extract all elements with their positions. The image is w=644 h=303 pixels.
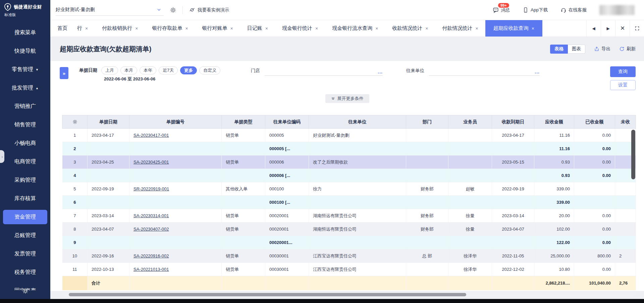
- close-icon[interactable]: ×: [375, 26, 378, 31]
- col-header-n[interactable]: [62, 115, 88, 129]
- close-all-tabs-button[interactable]: ✕: [615, 20, 630, 37]
- tabs-scroll-left-button[interactable]: ◀: [586, 20, 601, 37]
- sidebar-item-purchase-mgmt[interactable]: 采购管理: [0, 171, 50, 189]
- close-icon[interactable]: ×: [532, 26, 534, 31]
- view-chart-button[interactable]: 图表: [568, 45, 585, 54]
- doc-number-link[interactable]: SA-20230407-002: [133, 227, 169, 232]
- sidebar-item-inventory-accounting[interactable]: 库存核算: [0, 189, 50, 208]
- date-pill-this-month[interactable]: 本月: [120, 66, 137, 74]
- close-icon[interactable]: ×: [476, 26, 478, 31]
- doc-number-link[interactable]: SA-20230425-001: [133, 160, 169, 165]
- table-row-10[interactable]: 102022-09-16SA-20220916-002销货单00030001江西…: [62, 249, 636, 263]
- table-row-7[interactable]: 72023-03-14SA-20230314-001销货单00020001湖南恒…: [62, 209, 636, 223]
- cell-received: 0.00: [574, 236, 615, 249]
- sidebar-item-label: 采购管理: [14, 177, 36, 184]
- support-link[interactable]: 在线客服: [560, 7, 587, 13]
- tab-cash-bank-flow[interactable]: 现金银行流水查询×: [325, 20, 385, 37]
- partner-picker-ellipsis-button[interactable]: ...: [535, 69, 540, 75]
- cell-partner_code: 00030001: [265, 249, 309, 263]
- table-row-3[interactable]: 32023-04-25SA-20230425-001销货单000006改了之后限…: [62, 156, 636, 169]
- date-pill-last-month[interactable]: 上月: [101, 66, 118, 74]
- close-icon[interactable]: ×: [185, 26, 188, 31]
- sidebar-item-search-menu[interactable]: 搜索菜单: [0, 23, 50, 42]
- sidebar-item-label: 小畅电商: [14, 140, 36, 147]
- cell-partner_code: 00020001: [265, 209, 309, 223]
- tabs-scroll-right-button[interactable]: ▶: [601, 20, 615, 37]
- tab-home[interactable]: 首页: [50, 20, 74, 37]
- doc-number-link[interactable]: SA-20220916-002: [133, 253, 169, 258]
- date-pill-custom[interactable]: 自定义: [199, 66, 220, 74]
- app-download-link[interactable]: App下载: [523, 7, 548, 13]
- settings-gear-icon[interactable]: [170, 7, 176, 13]
- table-row-8[interactable]: 82023-04-07SA-20230407-002销货单00020001湖南恒…: [62, 223, 636, 236]
- horizontal-scrollbar-thumb[interactable]: [69, 293, 466, 296]
- tab-label: 现金银行统计: [282, 25, 312, 32]
- sidebar-item-marketing[interactable]: 营销推广: [0, 97, 50, 116]
- column-settings-gear-icon[interactable]: [72, 119, 78, 125]
- user-account-blurred[interactable]: [599, 5, 635, 15]
- sidebar-item-ecommerce-mgmt[interactable]: 电商管理: [0, 153, 50, 171]
- view-table-button[interactable]: 表格: [550, 45, 568, 54]
- doc-number-link[interactable]: SA-20230417-001: [133, 133, 169, 138]
- sidebar-item-wholesale-mgmt[interactable]: 批发管理▲: [0, 79, 50, 97]
- table-row-4[interactable]: 4000006 [...0.930.00: [62, 169, 636, 182]
- tab-clipped-tab[interactable]: 行×: [74, 20, 95, 37]
- tab-bank-deposit-withdrawal[interactable]: 银行存取款单×: [145, 20, 195, 37]
- date-pill-last-7-days[interactable]: 近7天: [159, 66, 178, 74]
- expand-more-conditions-button[interactable]: 展开更多条件: [325, 94, 369, 103]
- horizontal-scrollbar-track[interactable]: [62, 293, 636, 296]
- messages-link[interactable]: 99+ 消息: [493, 7, 510, 13]
- table-row-5[interactable]: 52022-09-19SR-20220919-001其他收入单000100徐力财…: [62, 182, 636, 196]
- tab-label: 付款情况统计: [442, 25, 473, 32]
- doc-number-link[interactable]: SA-20221013-001: [133, 267, 169, 272]
- table-row-11[interactable]: 112022-10-13SA-20221013-001销货单00030001江西…: [62, 263, 636, 276]
- sidebar-item-general-ledger[interactable]: 总账管理: [0, 226, 50, 245]
- tab-cash-bank-stats[interactable]: 现金银行统计×: [275, 20, 325, 37]
- tab-bank-statement[interactable]: 银行对账单×: [195, 20, 240, 37]
- sidebar-item-funds-mgmt[interactable]: 资金管理: [0, 208, 50, 226]
- cell-due_date: [492, 276, 534, 290]
- date-range-value[interactable]: 2022-06-06 至 2023-06-06: [104, 76, 227, 82]
- account-selector[interactable]: 好业财测试-量勿删: [56, 4, 164, 16]
- demo-link[interactable]: 我要看实例演示: [189, 7, 229, 13]
- vertical-scrollbar[interactable]: [631, 130, 635, 179]
- col-header-due_date: 收款到期日: [492, 115, 534, 129]
- sidebar-item-xiaochang-ecommerce[interactable]: 小畅电商: [0, 134, 50, 153]
- table-row-2[interactable]: 2000005 [...11.160.00: [62, 142, 636, 156]
- collapse-filters-button[interactable]: »: [60, 67, 68, 79]
- close-icon[interactable]: ×: [425, 26, 428, 31]
- settings-button[interactable]: 设置: [610, 80, 636, 90]
- close-icon[interactable]: ×: [135, 26, 138, 31]
- partner-input[interactable]: ...: [429, 66, 540, 76]
- query-button[interactable]: 查询: [610, 66, 636, 77]
- close-icon[interactable]: ×: [85, 26, 88, 31]
- tab-payment-writeoff[interactable]: 付款核销执行×: [95, 20, 145, 37]
- close-icon[interactable]: ×: [315, 26, 318, 31]
- table-row-9[interactable]: 900020001...122.000.00: [62, 236, 636, 249]
- refresh-button[interactable]: 刷新: [619, 46, 636, 52]
- fullscreen-icon[interactable]: [630, 20, 644, 37]
- close-icon[interactable]: ×: [265, 26, 268, 31]
- close-icon[interactable]: ×: [230, 26, 233, 31]
- sidebar-item-quick-nav[interactable]: 快捷导航: [0, 42, 50, 60]
- table-row-1[interactable]: 12023-04-17SA-20230417-001销货单000005好业财测试…: [62, 129, 636, 142]
- sidebar-item-retail-mgmt[interactable]: 零售管理▼: [0, 60, 50, 79]
- tab-journal[interactable]: 日记账×: [240, 20, 275, 37]
- sidebar-item-invoice-mgmt[interactable]: 发票管理: [0, 245, 50, 263]
- filter-zone: » 单据日期 上月本月本年近7天更多自定义 2022-06-06 至 2023-…: [50, 61, 644, 90]
- table-row-6[interactable]: 6000100 [...339.00: [62, 196, 636, 209]
- date-pill-more[interactable]: 更多: [180, 66, 197, 74]
- store-picker-ellipsis-button[interactable]: ...: [378, 69, 383, 75]
- store-input[interactable]: ...: [265, 66, 383, 76]
- doc-number-link[interactable]: SR-20220919-001: [133, 186, 169, 191]
- tab-payment-stats[interactable]: 付款情况统计×: [435, 20, 485, 37]
- doc-number-link[interactable]: SA-20230314-001: [133, 213, 169, 218]
- export-button[interactable]: 导出: [594, 46, 610, 52]
- panel-expand-handle[interactable]: ›: [0, 150, 4, 163]
- tab-overdue-receivables[interactable]: 超期应收款查询×: [485, 20, 542, 37]
- table-row-total[interactable]: 合计2,862,218....101,040.002,76: [62, 276, 636, 290]
- date-pill-this-year[interactable]: 本年: [140, 66, 156, 74]
- tab-receipt-stats[interactable]: 收款情况统计×: [385, 20, 435, 37]
- sidebar-item-sales-mgmt[interactable]: 销售管理: [0, 116, 50, 134]
- sidebar-item-tax-mgmt[interactable]: 税务管理: [0, 263, 50, 282]
